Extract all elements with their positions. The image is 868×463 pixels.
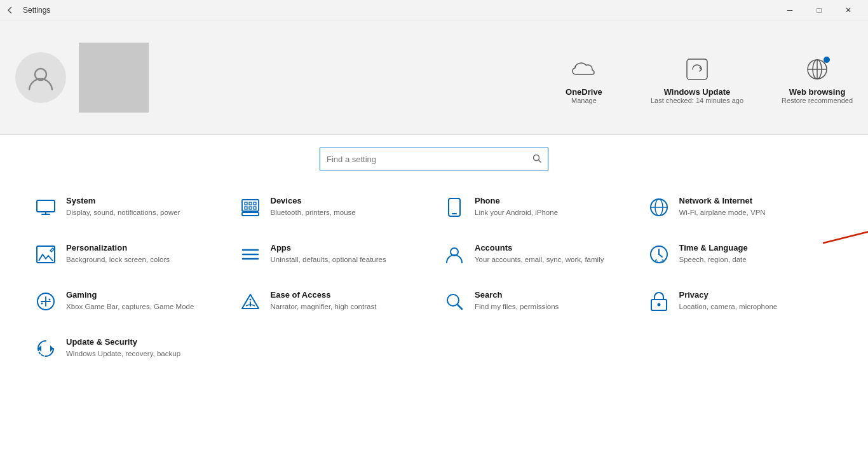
- personalization-icon: [36, 244, 56, 265]
- search-container: [0, 135, 868, 177]
- settings-item-time-language[interactable]: A あ Time & Language Speech, region, date: [639, 230, 843, 277]
- profile-photo[interactable]: [79, 43, 149, 113]
- privacy-desc: Location, camera, microphone: [679, 301, 778, 312]
- gaming-desc: Xbox Game Bar, captures, Game Mode: [66, 301, 194, 312]
- settings-item-gaming[interactable]: Gaming Xbox Game Bar, captures, Game Mod…: [25, 277, 230, 324]
- notification-dot: [824, 57, 830, 63]
- svg-line-41: [458, 305, 462, 309]
- settings-item-accounts[interactable]: Accounts Your accounts, email, sync, wor…: [434, 230, 639, 277]
- system-text: System Display, sound, notifications, po…: [66, 196, 180, 218]
- svg-rect-1: [687, 59, 707, 79]
- apps-title: Apps: [271, 243, 386, 252]
- close-button[interactable]: ✕: [834, 0, 863, 20]
- system-desc: Display, sound, notifications, power: [66, 207, 180, 218]
- web-browsing-title: Web browsing: [789, 87, 846, 97]
- time-language-desc: Speech, region, date: [679, 254, 748, 265]
- svg-text:あ: あ: [660, 258, 665, 263]
- personalization-title: Personalization: [66, 243, 170, 252]
- svg-rect-18: [242, 212, 259, 216]
- phone-icon: [444, 197, 465, 218]
- svg-rect-14: [254, 202, 256, 205]
- settings-item-update-security[interactable]: Update & Security Windows Update, recove…: [25, 324, 230, 371]
- svg-line-7: [539, 160, 541, 162]
- svg-rect-13: [249, 202, 252, 205]
- svg-rect-15: [245, 207, 247, 209]
- search-setting-icon: [444, 291, 465, 312]
- time-language-text: Time & Language Speech, region, date: [679, 243, 748, 265]
- privacy-text: Privacy Location, camera, microphone: [679, 290, 778, 312]
- settings-item-network[interactable]: Network & Internet Wi-Fi, airplane mode,…: [639, 183, 843, 230]
- svg-point-37: [41, 303, 43, 305]
- svg-line-31: [659, 254, 662, 257]
- titlebar-controls: ─ □ ✕: [775, 0, 863, 20]
- settings-item-system[interactable]: System Display, sound, notifications, po…: [25, 183, 230, 230]
- ease-of-access-desc: Narrator, magnifier, high contrast: [271, 301, 377, 312]
- svg-rect-17: [254, 207, 256, 209]
- update-security-desc: Windows Update, recovery, backup: [66, 349, 180, 359]
- settings-item-ease-of-access[interactable]: Ease of Access Narrator, magnifier, high…: [230, 277, 435, 324]
- network-title: Network & Internet: [679, 196, 766, 205]
- system-title: System: [66, 196, 180, 205]
- shortcut-web-browsing[interactable]: Web browsing Restore recommended: [782, 57, 853, 104]
- shortcut-onedrive[interactable]: OneDrive Manage: [555, 57, 613, 104]
- time-language-title: Time & Language: [679, 243, 748, 252]
- personalization-text: Personalization Background, lock screen,…: [66, 243, 170, 265]
- phone-title: Phone: [475, 196, 558, 205]
- search-icon: [532, 154, 541, 165]
- settings-item-phone[interactable]: Phone Link your Android, iPhone: [434, 183, 639, 230]
- gaming-title: Gaming: [66, 290, 194, 300]
- minimize-button[interactable]: ─: [775, 0, 804, 20]
- accounts-text: Accounts Your accounts, email, sync, wor…: [475, 243, 604, 265]
- web-browsing-icon: [804, 57, 830, 82]
- settings-item-apps[interactable]: Apps Uninstall, defaults, optional featu…: [230, 230, 435, 277]
- devices-icon: [240, 197, 261, 218]
- maximize-button[interactable]: □: [804, 0, 834, 20]
- accounts-title: Accounts: [475, 243, 604, 252]
- update-security-title: Update & Security: [66, 337, 180, 347]
- svg-rect-8: [37, 200, 55, 212]
- search-box: [320, 148, 548, 170]
- privacy-icon: [649, 291, 669, 312]
- phone-desc: Link your Android, iPhone: [475, 207, 558, 218]
- time-language-icon: A あ: [649, 244, 669, 265]
- ease-of-access-title: Ease of Access: [271, 290, 377, 300]
- personalization-desc: Background, lock screen, colors: [66, 254, 170, 265]
- svg-rect-16: [249, 207, 252, 209]
- settings-item-privacy[interactable]: Privacy Location, camera, microphone: [639, 277, 843, 324]
- apps-desc: Uninstall, defaults, optional features: [271, 254, 386, 265]
- apps-text: Apps Uninstall, defaults, optional featu…: [271, 243, 386, 265]
- accounts-icon: [444, 244, 465, 265]
- settings-grid: System Display, sound, notifications, po…: [25, 183, 843, 371]
- phone-text: Phone Link your Android, iPhone: [475, 196, 558, 218]
- ease-of-access-text: Ease of Access Narrator, magnifier, high…: [271, 290, 377, 312]
- windows-update-icon: [684, 57, 710, 82]
- onedrive-icon: [571, 57, 597, 82]
- svg-text:A: A: [654, 258, 658, 263]
- settings-item-personalization[interactable]: Personalization Background, lock screen,…: [25, 230, 230, 277]
- settings-content: System Display, sound, notifications, po…: [0, 177, 868, 463]
- onedrive-title: OneDrive: [566, 87, 602, 97]
- windows-update-title: Windows Update: [664, 87, 731, 97]
- devices-text: Devices Bluetooth, printers, mouse: [271, 196, 356, 218]
- header-shortcuts: OneDrive Manage Windows Update Last chec…: [555, 50, 853, 104]
- titlebar: Settings ─ □ ✕: [0, 0, 868, 20]
- titlebar-left: Settings: [5, 5, 50, 15]
- back-button[interactable]: [5, 5, 15, 15]
- network-icon: [649, 197, 669, 218]
- devices-title: Devices: [271, 196, 356, 205]
- titlebar-title: Settings: [23, 6, 50, 15]
- settings-item-devices[interactable]: Devices Bluetooth, printers, mouse: [230, 183, 435, 230]
- update-security-icon: [36, 338, 56, 359]
- shortcut-windows-update[interactable]: Windows Update Last checked: 14 minutes …: [651, 57, 743, 104]
- avatar[interactable]: [15, 52, 66, 103]
- network-desc: Wi-Fi, airplane mode, VPN: [679, 207, 766, 218]
- search-input[interactable]: [327, 155, 532, 164]
- gaming-text: Gaming Xbox Game Bar, captures, Game Mod…: [66, 290, 194, 312]
- svg-point-38: [249, 299, 251, 301]
- update-security-text: Update & Security Windows Update, recove…: [66, 337, 180, 359]
- network-text: Network & Internet Wi-Fi, airplane mode,…: [679, 196, 766, 218]
- settings-item-search[interactable]: Search Find my files, permissions: [434, 277, 639, 324]
- profile-header: OneDrive Manage Windows Update Last chec…: [0, 20, 868, 135]
- gaming-icon: [36, 291, 56, 312]
- onedrive-subtitle: Manage: [571, 97, 597, 104]
